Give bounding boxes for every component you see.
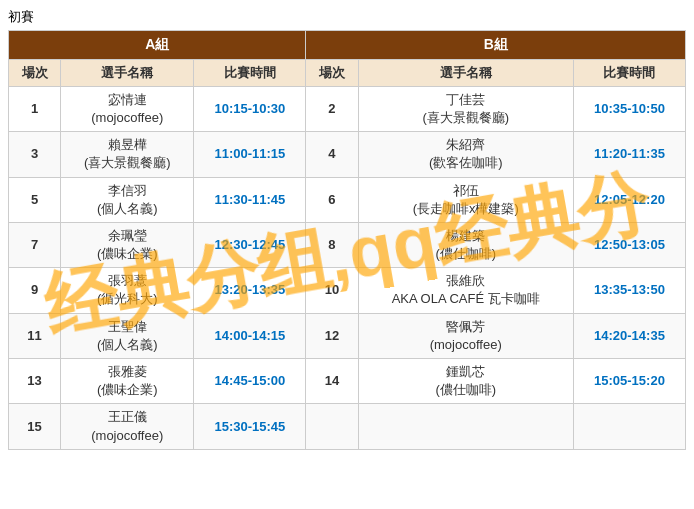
b-match-time <box>573 404 685 449</box>
a-player-name: 王正儀 (mojocoffee) <box>61 404 194 449</box>
schedule-table: A組 B組 場次 選手名稱 比賽時間 場次 選手名稱 比賽時間 1宓情連 (mo… <box>8 30 686 450</box>
col-header-b-time: 比賽時間 <box>573 59 685 86</box>
a-match-time: 13:20-13:35 <box>194 268 306 313</box>
a-match-num: 1 <box>9 86 61 131</box>
col-header-a-time: 比賽時間 <box>194 59 306 86</box>
a-match-time: 14:00-14:15 <box>194 313 306 358</box>
table-row: 1宓情連 (mojocoffee)10:15-10:302丁佳芸 (喜大景觀餐廳… <box>9 86 686 131</box>
b-match-num: 14 <box>306 359 358 404</box>
a-match-time: 11:30-11:45 <box>194 177 306 222</box>
a-player-name: 李信羽 (個人名義) <box>61 177 194 222</box>
a-match-time: 14:45-15:00 <box>194 359 306 404</box>
b-player-name: 鍾凱芯 (儂仕咖啡) <box>358 359 573 404</box>
b-player-name: 丁佳芸 (喜大景觀餐廳) <box>358 86 573 131</box>
a-player-name: 宓情連 (mojocoffee) <box>61 86 194 131</box>
b-match-num: 10 <box>306 268 358 313</box>
table-row: 5李信羽 (個人名義)11:30-11:456祁伍 (長走咖啡x樺建築)12:0… <box>9 177 686 222</box>
b-player-name <box>358 404 573 449</box>
col-header-b-name: 選手名稱 <box>358 59 573 86</box>
group-b-header: B組 <box>306 31 686 60</box>
b-match-time: 15:05-15:20 <box>573 359 685 404</box>
a-match-time: 12:30-12:45 <box>194 222 306 267</box>
b-match-num: 8 <box>306 222 358 267</box>
b-player-name: 楊建築 (儂仕咖啡) <box>358 222 573 267</box>
b-player-name: 祁伍 (長走咖啡x樺建築) <box>358 177 573 222</box>
a-player-name: 張雅菱 (儂味企業) <box>61 359 194 404</box>
a-match-num: 13 <box>9 359 61 404</box>
a-match-num: 3 <box>9 132 61 177</box>
a-match-time: 10:15-10:30 <box>194 86 306 131</box>
a-player-name: 王聖偉 (個人名義) <box>61 313 194 358</box>
col-header-b-num: 場次 <box>306 59 358 86</box>
b-match-time: 10:35-10:50 <box>573 86 685 131</box>
b-match-time: 12:05-12:20 <box>573 177 685 222</box>
a-match-time: 11:00-11:15 <box>194 132 306 177</box>
b-player-name: 張維欣 AKA OLA CAFÉ 瓦卡咖啡 <box>358 268 573 313</box>
b-match-num <box>306 404 358 449</box>
a-player-name: 張羽薏 (循光科大) <box>61 268 194 313</box>
table-row: 11王聖偉 (個人名義)14:00-14:1512暋佩芳 (mojocoffee… <box>9 313 686 358</box>
table-row: 15王正儀 (mojocoffee)15:30-15:45 <box>9 404 686 449</box>
b-player-name: 朱紹齊 (歡客佐咖啡) <box>358 132 573 177</box>
table-row: 9張羽薏 (循光科大)13:20-13:3510張維欣 AKA OLA CAFÉ… <box>9 268 686 313</box>
table-row: 3賴昱樺 (喜大景觀餐廳)11:00-11:154朱紹齊 (歡客佐咖啡)11:2… <box>9 132 686 177</box>
page-title: 初賽 <box>8 8 686 26</box>
a-match-num: 11 <box>9 313 61 358</box>
a-player-name: 余珮瑩 (儂味企業) <box>61 222 194 267</box>
a-match-time: 15:30-15:45 <box>194 404 306 449</box>
b-match-num: 12 <box>306 313 358 358</box>
a-match-num: 9 <box>9 268 61 313</box>
group-a-header: A組 <box>9 31 306 60</box>
a-player-name: 賴昱樺 (喜大景觀餐廳) <box>61 132 194 177</box>
b-match-time: 13:35-13:50 <box>573 268 685 313</box>
a-match-num: 15 <box>9 404 61 449</box>
b-match-num: 4 <box>306 132 358 177</box>
b-match-time: 12:50-13:05 <box>573 222 685 267</box>
a-match-num: 5 <box>9 177 61 222</box>
table-row: 13張雅菱 (儂味企業)14:45-15:0014鍾凱芯 (儂仕咖啡)15:05… <box>9 359 686 404</box>
b-match-num: 6 <box>306 177 358 222</box>
b-match-time: 14:20-14:35 <box>573 313 685 358</box>
col-header-a-num: 場次 <box>9 59 61 86</box>
a-match-num: 7 <box>9 222 61 267</box>
b-player-name: 暋佩芳 (mojocoffee) <box>358 313 573 358</box>
b-match-time: 11:20-11:35 <box>573 132 685 177</box>
table-row: 7余珮瑩 (儂味企業)12:30-12:458楊建築 (儂仕咖啡)12:50-1… <box>9 222 686 267</box>
b-match-num: 2 <box>306 86 358 131</box>
col-header-a-name: 選手名稱 <box>61 59 194 86</box>
